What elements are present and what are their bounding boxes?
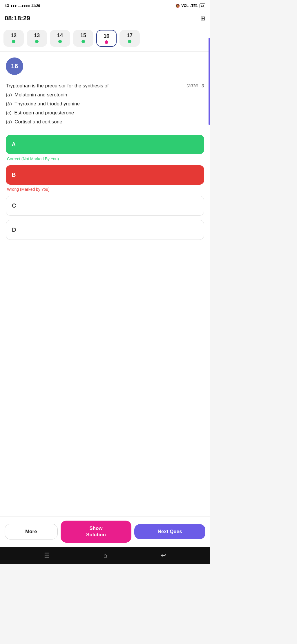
answer-section: A Correct (Not Marked By You) B Wrong (M…: [6, 135, 204, 240]
bottom-action-bar: More ShowSolution Next Ques: [0, 516, 210, 547]
nav-item-14[interactable]: 14: [50, 30, 70, 47]
answer-a-status-label: Correct (Not Marked By You): [7, 156, 204, 161]
nav-item-16[interactable]: 16: [96, 30, 117, 47]
nav-item-13[interactable]: 13: [27, 30, 47, 47]
battery-indicator: 73: [200, 3, 205, 8]
option-a-text: (a) Melatonin and serotonin: [6, 91, 204, 99]
android-nav-bar: ☰ ⌂ ↩: [0, 547, 210, 564]
nav-item-15[interactable]: 15: [73, 30, 93, 47]
more-button[interactable]: More: [5, 524, 58, 539]
next-question-button[interactable]: Next Ques: [134, 524, 205, 539]
question-year: (2016 - I): [186, 82, 204, 89]
nav-item-12[interactable]: 12: [3, 30, 24, 47]
grid-icon[interactable]: ⊞: [200, 15, 205, 22]
answer-option-a[interactable]: A: [6, 135, 204, 154]
network-indicator: 4G: [5, 4, 9, 8]
nav-dot-17: [128, 40, 131, 43]
vol-lte-indicator: VOL LTE1: [182, 4, 198, 8]
option-c-text: (c) Estrogen and progesterone: [6, 109, 204, 117]
nav-dot-13: [35, 40, 39, 43]
scroll-indicator: [209, 38, 210, 125]
session-timer: 08:18:29: [5, 15, 30, 22]
nav-item-17[interactable]: 17: [119, 30, 140, 47]
answer-option-b[interactable]: B: [6, 165, 204, 185]
mute-icon: 🔕: [175, 4, 180, 8]
status-time: 11:29: [31, 4, 40, 8]
back-icon[interactable]: ↩: [161, 552, 166, 559]
question-text: Tryptophan is the precursor for the synt…: [6, 82, 204, 126]
option-d-text: (d) Cortisol and cortisone: [6, 118, 204, 126]
answer-b-status-label: Wrong (Marked by You): [7, 187, 204, 192]
signal-bars: ●●● ....●●●●: [10, 4, 30, 8]
top-bar: 08:18:29 ⊞: [0, 12, 210, 25]
option-b-text: (b) Thyroxine and triodothyronine: [6, 100, 204, 108]
answer-option-d[interactable]: D: [6, 220, 204, 240]
nav-dot-15: [82, 40, 85, 43]
status-right: 🔕 VOL LTE1 73: [175, 3, 205, 8]
question-navigation: 12 13 14 15 16 17: [0, 25, 210, 52]
main-content: 16 Tryptophan is the precursor for the s…: [0, 52, 210, 516]
nav-dot-14: [58, 40, 62, 43]
question-number-badge: 16: [6, 57, 23, 75]
status-left: 4G ●●● ....●●●● 11:29: [5, 4, 40, 8]
home-icon[interactable]: ⌂: [103, 552, 107, 559]
status-bar: 4G ●●● ....●●●● 11:29 🔕 VOL LTE1 73: [0, 0, 210, 12]
question-stem: Tryptophan is the precursor for the synt…: [6, 83, 109, 89]
show-solution-button[interactable]: ShowSolution: [61, 521, 132, 543]
hamburger-icon[interactable]: ☰: [44, 552, 50, 559]
nav-dot-12: [12, 40, 15, 43]
answer-option-c[interactable]: C: [6, 196, 204, 216]
nav-dot-16: [105, 40, 108, 44]
